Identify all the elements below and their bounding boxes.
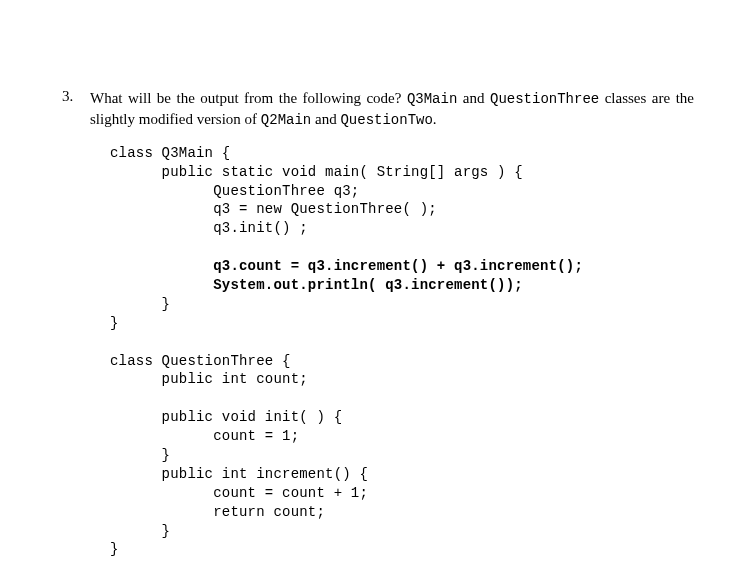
inline-code: Q2Main [261,112,311,128]
inline-code: Q3Main [407,91,457,107]
code-line: } [110,541,119,557]
code-block: class Q3Main { public static void main( … [110,144,694,560]
code-line: q3 = new QuestionThree( ); [110,201,437,217]
code-line: class Q3Main { [110,145,230,161]
document-page: 3. What will be the output from the foll… [0,0,756,567]
code-line: } [110,315,119,331]
code-line: count = count + 1; [110,485,368,501]
code-line: public void init( ) { [110,409,342,425]
code-line: return count; [110,504,325,520]
question-text-part: What will be the output from the followi… [90,90,407,106]
code-line: public static void main( String[] args )… [110,164,523,180]
code-line: count = 1; [110,428,299,444]
question-text-part: and [311,111,340,127]
question-number: 3. [62,88,90,105]
code-line: QuestionThree q3; [110,183,359,199]
code-line: public int count; [110,371,308,387]
code-line: } [110,296,170,312]
question-block: 3. What will be the output from the foll… [62,88,694,130]
code-line-bold: q3.count = q3.increment() + q3.increment… [110,258,583,274]
code-line: class QuestionThree { [110,353,291,369]
question-text-part: and [457,90,490,106]
code-line: q3.init() ; [110,220,308,236]
question-text: What will be the output from the followi… [90,88,694,130]
inline-code: QuestionThree [490,91,599,107]
code-line-bold: System.out.println( q3.increment()); [110,277,523,293]
question-text-part: . [433,111,437,127]
code-line: } [110,523,170,539]
code-line: public int increment() { [110,466,368,482]
code-line: } [110,447,170,463]
inline-code: QuestionTwo [340,112,432,128]
